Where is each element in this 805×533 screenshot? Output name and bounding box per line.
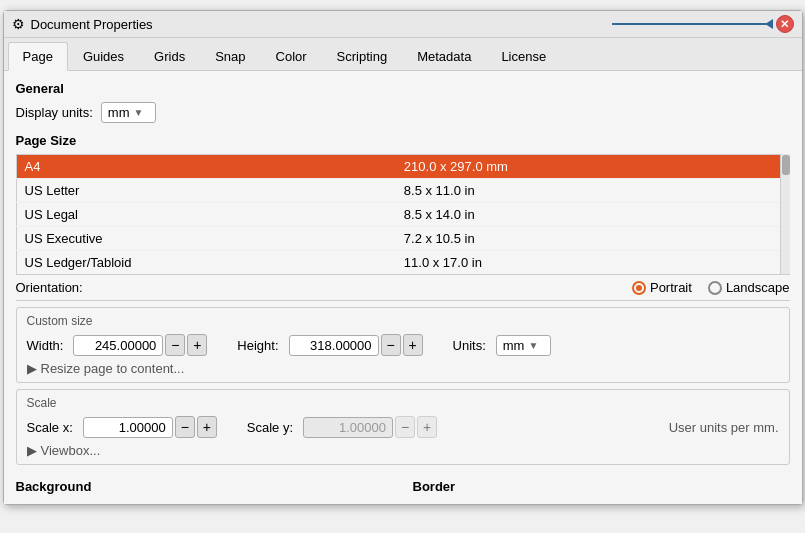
landscape-radio[interactable]: Landscape (708, 280, 790, 295)
page-size-table: A4 210.0 x 297.0 mm US Letter 8.5 x 11.0… (16, 154, 790, 274)
height-input[interactable] (289, 335, 379, 356)
page-name-cell: US Legal (16, 203, 396, 227)
tab-scripting[interactable]: Scripting (322, 42, 403, 70)
window-icon: ⚙ (12, 16, 25, 32)
height-increment-button[interactable]: + (403, 334, 423, 356)
close-button[interactable]: ✕ (776, 15, 794, 33)
scale-section: Scale Scale x: − + Scale y: − + User uni… (16, 389, 790, 465)
general-row: Display units: mm ▼ (16, 102, 790, 123)
orientation-label: Orientation: (16, 280, 83, 295)
page-size-cell: 8.5 x 14.0 in (396, 203, 789, 227)
height-decrement-button[interactable]: − (381, 334, 401, 356)
table-row[interactable]: US Legal 8.5 x 14.0 in (16, 203, 789, 227)
dropdown-arrow-icon: ▼ (133, 107, 143, 118)
height-label: Height: (237, 338, 278, 353)
landscape-radio-circle (708, 281, 722, 295)
scale-y-increment-button[interactable]: + (417, 416, 437, 438)
height-input-group: − + (289, 334, 423, 356)
table-row[interactable]: US Ledger/Tabloid 11.0 x 17.0 in (16, 251, 789, 275)
scale-x-input[interactable] (83, 417, 173, 438)
background-label: Background (16, 479, 393, 494)
table-row[interactable]: A4 210.0 x 297.0 mm (16, 155, 789, 179)
scale-x-decrement-button[interactable]: − (175, 416, 195, 438)
scrollbar-track[interactable] (780, 154, 790, 274)
title-bar: ⚙ Document Properties ✕ (4, 11, 802, 38)
page-name-cell: US Letter (16, 179, 396, 203)
portrait-radio-circle (632, 281, 646, 295)
page-size-label: Page Size (16, 133, 790, 148)
tab-snap[interactable]: Snap (200, 42, 260, 70)
scale-x-input-group: − + (83, 416, 217, 438)
arrow-indicator (612, 23, 772, 25)
page-size-list-container: A4 210.0 x 297.0 mm US Letter 8.5 x 11.0… (16, 154, 790, 274)
custom-units-value: mm (503, 338, 525, 353)
units-dropdown-arrow-icon: ▼ (528, 340, 538, 351)
units-value: mm (108, 105, 130, 120)
scale-y-input-group: − + (303, 416, 437, 438)
orientation-radio-group: Portrait Landscape (632, 280, 790, 295)
page-name-cell: A4 (16, 155, 396, 179)
viewbox-link[interactable]: ▶ Viewbox... (27, 443, 779, 458)
units-label: Units: (453, 338, 486, 353)
page-name-cell: US Ledger/Tabloid (16, 251, 396, 275)
viewbox-label: Viewbox... (41, 443, 101, 458)
custom-units-select[interactable]: mm ▼ (496, 335, 551, 356)
width-decrement-button[interactable]: − (165, 334, 185, 356)
display-units-label: Display units: (16, 105, 93, 120)
custom-size-title: Custom size (27, 314, 779, 328)
resize-chevron-icon: ▶ (27, 361, 37, 376)
tab-metadata[interactable]: Metadata (402, 42, 486, 70)
resize-label: Resize page to content... (41, 361, 185, 376)
units-per-label: User units per mm. (669, 420, 779, 435)
tab-grids[interactable]: Grids (139, 42, 200, 70)
border-label: Border (413, 479, 790, 494)
page-name-cell: US Executive (16, 227, 396, 251)
viewbox-chevron-icon: ▶ (27, 443, 37, 458)
scale-y-decrement-button[interactable]: − (395, 416, 415, 438)
table-row[interactable]: US Letter 8.5 x 11.0 in (16, 179, 789, 203)
resize-to-content-link[interactable]: ▶ Resize page to content... (27, 361, 779, 376)
document-properties-window: ⚙ Document Properties ✕ Page Guides Grid… (3, 10, 803, 505)
width-label: Width: (27, 338, 64, 353)
scale-y-label: Scale y: (247, 420, 293, 435)
custom-size-row: Width: − + Height: − + Units: mm ▼ (27, 334, 779, 356)
tab-bar: Page Guides Grids Snap Color Scripting M… (4, 38, 802, 71)
bottom-row: Background Border (16, 471, 790, 494)
page-size-cell: 11.0 x 17.0 in (396, 251, 789, 275)
scale-title: Scale (27, 396, 779, 410)
scrollbar-thumb[interactable] (782, 155, 790, 175)
scale-y-input[interactable] (303, 417, 393, 438)
landscape-label: Landscape (726, 280, 790, 295)
scale-x-increment-button[interactable]: + (197, 416, 217, 438)
orientation-row: Orientation: Portrait Landscape (16, 274, 790, 301)
table-row[interactable]: US Executive 7.2 x 10.5 in (16, 227, 789, 251)
width-input[interactable] (73, 335, 163, 356)
page-size-cell: 7.2 x 10.5 in (396, 227, 789, 251)
page-content: General Display units: mm ▼ Page Size A4… (4, 71, 802, 504)
portrait-radio[interactable]: Portrait (632, 280, 692, 295)
tab-license[interactable]: License (486, 42, 561, 70)
tab-guides[interactable]: Guides (68, 42, 139, 70)
tab-page[interactable]: Page (8, 42, 68, 71)
display-units-select[interactable]: mm ▼ (101, 102, 156, 123)
width-increment-button[interactable]: + (187, 334, 207, 356)
portrait-label: Portrait (650, 280, 692, 295)
page-size-cell: 210.0 x 297.0 mm (396, 155, 789, 179)
scale-x-label: Scale x: (27, 420, 73, 435)
scale-row: Scale x: − + Scale y: − + User units per… (27, 416, 779, 438)
tab-color[interactable]: Color (261, 42, 322, 70)
page-size-cell: 8.5 x 11.0 in (396, 179, 789, 203)
general-label: General (16, 81, 790, 96)
custom-size-section: Custom size Width: − + Height: − + Units… (16, 307, 790, 383)
width-input-group: − + (73, 334, 207, 356)
